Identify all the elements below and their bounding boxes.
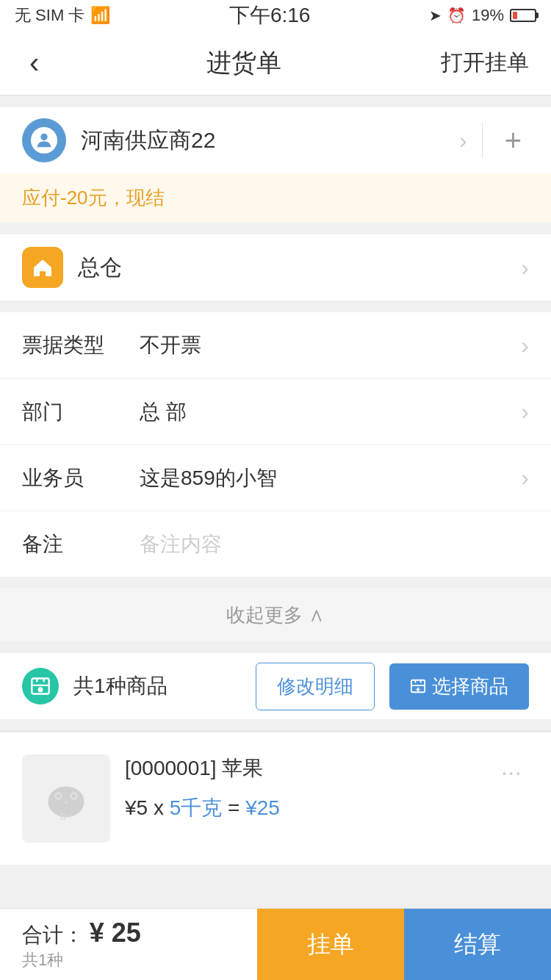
edit-details-button[interactable]: 修改明细: [256, 663, 375, 710]
product-item: 督+ [0000001] 苹果 ¥5 x 5千克 = ¥25 ···: [0, 732, 551, 865]
bill-type-label: 票据类型: [22, 331, 125, 359]
remark-input[interactable]: 备注内容: [125, 530, 529, 558]
subtotal: ¥25: [245, 796, 280, 819]
supplier-chevron: ›: [459, 127, 467, 154]
product-count-text: 共1种商品: [73, 672, 241, 700]
svg-point-9: [57, 794, 60, 798]
status-carrier: 无 SIM 卡 📶: [15, 4, 110, 26]
supplier-card: 河南供应商22 › + 应付-20元，现结: [0, 107, 551, 223]
spacer-top: [0, 96, 551, 107]
divider: [0, 731, 551, 732]
supplier-name: 河南供应商22: [81, 126, 459, 156]
product-more-button[interactable]: ···: [494, 754, 529, 789]
product-details: [0000001] 苹果 ¥5 x 5千克 = ¥25: [125, 754, 479, 822]
footer: 合计： ¥ 25 共1种 挂单 结算: [0, 908, 551, 980]
product-count-icon: [22, 668, 59, 705]
dept-label: 部门: [22, 398, 125, 426]
select-product-button[interactable]: 选择商品: [389, 663, 529, 710]
footer-total: 合计： ¥ 25 共1种: [0, 918, 257, 971]
total-label: 合计：: [22, 923, 84, 946]
location-icon: ➤: [429, 7, 442, 24]
warehouse-icon: [22, 247, 63, 288]
settle-button[interactable]: 结算: [404, 909, 551, 981]
battery-indicator: [510, 9, 536, 22]
product-header: 共1种商品 修改明细 选择商品: [0, 653, 551, 719]
carrier-text: 无 SIM 卡: [15, 4, 84, 26]
dept-row[interactable]: 部门 总 部 ›: [0, 378, 551, 444]
alarm-icon: ⏰: [447, 7, 466, 24]
warehouse-card: 总仓 ›: [0, 234, 551, 300]
product-code: [0000001]: [125, 757, 222, 779]
remark-row[interactable]: 备注 备注内容: [0, 511, 551, 577]
svg-text:督+: 督+: [59, 811, 73, 821]
supplier-row[interactable]: 河南供应商22 › +: [0, 107, 551, 173]
total-sub: 共1种: [22, 949, 235, 971]
product-thumbnail: 督+: [22, 754, 110, 843]
product-name: [0000001] 苹果: [125, 754, 479, 782]
avatar-icon: [31, 127, 57, 154]
collapse-toggle[interactable]: 收起更多 ∧: [0, 588, 551, 641]
add-supplier-button[interactable]: +: [497, 117, 529, 165]
product-title: 苹果: [222, 757, 263, 779]
vertical-divider: [482, 122, 483, 159]
nav-bar: ‹ 进货单 打开挂单: [0, 31, 551, 96]
collapse-text: 收起更多 ∧: [226, 602, 324, 628]
warehouse-chevron: ›: [521, 254, 529, 281]
bill-type-value: 不开票: [125, 331, 521, 359]
remark-label: 备注: [22, 530, 125, 558]
form-card: 票据类型 不开票 › 部门 总 部 › 业务员 这是859的小智 › 备注 备注…: [0, 312, 551, 577]
spacer-mid: [0, 641, 551, 653]
staff-value: 这是859的小智: [125, 464, 521, 492]
product-section: 共1种商品 修改明细 选择商品: [0, 653, 551, 719]
owl-logo: 督+: [40, 773, 92, 824]
warehouse-row[interactable]: 总仓 ›: [0, 234, 551, 300]
status-bar: 无 SIM 卡 📶 下午6:16 ➤ ⏰ 19%: [0, 0, 551, 31]
total-row: 合计： ¥ 25: [22, 918, 235, 949]
open-hang-button[interactable]: 打开挂单: [441, 48, 529, 78]
bill-type-row[interactable]: 票据类型 不开票 ›: [0, 312, 551, 378]
staff-label: 业务员: [22, 464, 125, 492]
wifi-icon: 📶: [90, 6, 110, 25]
svg-point-2: [38, 687, 43, 692]
page-title: 进货单: [206, 46, 281, 80]
payment-note: 应付-20元，现结: [0, 173, 551, 223]
supplier-avatar: [22, 118, 66, 162]
warehouse-name: 总仓: [78, 253, 521, 283]
total-amount: ¥ 25: [90, 918, 141, 948]
product-price-row: ¥5 x 5千克 = ¥25: [125, 794, 479, 822]
unit-price: ¥5 x: [125, 796, 170, 819]
battery-pct: 19%: [472, 6, 504, 25]
bill-type-chevron: ›: [521, 332, 529, 359]
qty-value: 5千克: [170, 796, 223, 819]
dept-chevron: ›: [521, 398, 529, 425]
status-time: 下午6:16: [229, 1, 311, 29]
svg-point-10: [72, 794, 76, 798]
back-button[interactable]: ‹: [22, 39, 46, 87]
status-right: ➤ ⏰ 19%: [429, 6, 536, 25]
hang-button[interactable]: 挂单: [257, 909, 404, 981]
dept-value: 总 部: [125, 398, 521, 426]
staff-row[interactable]: 业务员 这是859的小智 ›: [0, 444, 551, 511]
select-product-label: 选择商品: [432, 674, 508, 699]
staff-chevron: ›: [521, 464, 529, 491]
equals-sign: =: [228, 796, 245, 819]
svg-point-0: [40, 134, 47, 140]
